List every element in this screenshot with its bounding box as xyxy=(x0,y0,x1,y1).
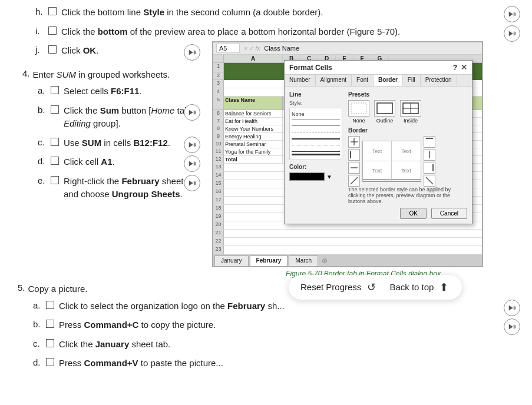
step-5b-audio[interactable] xyxy=(504,318,520,335)
dialog-tab-fill[interactable]: Fill xyxy=(403,75,421,86)
step-4a-checkbox-wrap[interactable] xyxy=(51,85,59,94)
step-4d-checkbox-wrap[interactable] xyxy=(51,155,59,165)
dialog-cancel-button[interactable]: Cancel xyxy=(431,208,467,219)
preset-inside-icon[interactable] xyxy=(400,100,421,117)
sheet-tab-march[interactable]: March xyxy=(289,255,318,266)
step-5b-checkbox-wrap[interactable] xyxy=(46,318,54,328)
step-5c-checkbox-wrap[interactable] xyxy=(46,338,54,347)
row-23-rest xyxy=(224,246,482,254)
border-btn-diag[interactable] xyxy=(348,175,360,187)
dialog-tab-alignment[interactable]: Alignment xyxy=(316,75,352,86)
step-5a-checkbox[interactable] xyxy=(46,301,54,309)
row-num-20: 20 xyxy=(213,221,224,230)
step-5a-audio[interactable] xyxy=(504,300,520,316)
preset-outline-icon[interactable] xyxy=(374,100,395,117)
step-i-checkbox-wrap[interactable] xyxy=(48,25,57,35)
border-btn-mid-vert[interactable] xyxy=(424,149,435,161)
step-h-text: Click the bottom line Style in the secon… xyxy=(61,6,497,19)
border-preview-box[interactable]: Text Text Text Text xyxy=(362,141,421,182)
row-22-rest xyxy=(224,238,482,246)
line-style-none[interactable]: None xyxy=(289,108,342,160)
dialog-tab-protection[interactable]: Protection xyxy=(421,75,457,86)
border-btn-horiz[interactable] xyxy=(348,162,360,174)
step-4a-text: Select cells F6:F11. xyxy=(64,85,200,98)
step-j-checkbox-wrap[interactable] xyxy=(48,44,57,54)
preset-none[interactable]: None xyxy=(348,100,369,124)
preset-outline[interactable]: Outline xyxy=(374,100,395,124)
svg-line-30 xyxy=(351,177,358,184)
line-double[interactable] xyxy=(292,151,340,157)
svg-marker-18 xyxy=(189,180,193,185)
step-4c-label: c. xyxy=(38,137,51,147)
step-4b-checkbox[interactable] xyxy=(51,105,59,114)
reset-progress-button[interactable]: Reset Progress ↺ xyxy=(300,281,378,294)
step-4d-audio[interactable] xyxy=(184,155,200,172)
preview-cell-bl: Text xyxy=(363,161,392,181)
line-none[interactable]: None xyxy=(292,110,340,118)
dialog-body: Line Style: None xyxy=(285,87,472,224)
color-dropdown-icon[interactable]: ▼ xyxy=(326,174,332,180)
preset-inside[interactable]: Inside xyxy=(400,100,421,124)
step-j-audio[interactable] xyxy=(184,44,200,61)
step-4c-checkbox-wrap[interactable] xyxy=(51,137,59,146)
step-i-text: Click the bottom of the preview area to … xyxy=(61,25,497,39)
row-num-6: 6 xyxy=(213,110,224,118)
dialog-title: Format Cells xyxy=(289,64,332,72)
line-thick[interactable] xyxy=(292,138,340,144)
back-top-icon: ⬆ xyxy=(437,281,450,294)
row-num-5: 5 xyxy=(213,97,224,110)
step-h-checkbox[interactable] xyxy=(48,7,57,15)
step-4d-checkbox[interactable] xyxy=(51,157,59,165)
step-4c-checkbox[interactable] xyxy=(51,138,59,146)
step-4e-audio[interactable] xyxy=(184,175,200,191)
step-4c-audio[interactable] xyxy=(184,137,200,153)
row-num-7: 7 xyxy=(213,118,224,125)
dialog-tab-number[interactable]: Number xyxy=(285,75,316,86)
row-12-col-a: Total xyxy=(224,156,283,164)
dialog-close-button[interactable]: ✕ xyxy=(461,63,467,72)
line-dotted[interactable] xyxy=(292,145,340,151)
dialog-tab-border[interactable]: Border xyxy=(374,75,403,86)
border-btn-diag2[interactable] xyxy=(424,175,435,187)
row-num-14: 14 xyxy=(213,172,224,180)
line-medium[interactable] xyxy=(292,125,340,131)
dialog-ok-button[interactable]: OK xyxy=(400,208,426,219)
step-5a-checkbox-wrap[interactable] xyxy=(46,300,54,309)
section-4-text: Enter SUM in grouped worksheets. xyxy=(33,68,206,82)
border-btn-right[interactable] xyxy=(424,162,435,174)
style-label: Style: xyxy=(289,100,342,106)
dialog-tab-font[interactable]: Font xyxy=(352,75,374,86)
step-h-audio[interactable] xyxy=(504,6,520,22)
step-4e-checkbox-wrap[interactable] xyxy=(51,175,59,184)
border-left-buttons xyxy=(348,136,360,187)
step-j-checkbox[interactable] xyxy=(48,45,57,54)
step-5d-checkbox-wrap[interactable] xyxy=(46,357,54,366)
back-to-top-button[interactable]: Back to top ⬆ xyxy=(389,281,450,294)
excel-row-23: 23 xyxy=(213,246,482,254)
step-5c-checkbox[interactable] xyxy=(46,339,54,347)
dialog-question-icon[interactable]: ? xyxy=(453,64,457,72)
step-i-audio[interactable] xyxy=(504,25,520,42)
border-btn-tl[interactable] xyxy=(348,136,360,148)
excel-sheet-tabs: January February March ⊕ xyxy=(213,254,482,266)
border-btn-left[interactable] xyxy=(348,149,360,161)
sheet-add-tab[interactable]: ⊕ xyxy=(319,255,330,266)
preset-none-icon[interactable] xyxy=(348,100,369,117)
border-btn-top[interactable] xyxy=(424,136,435,148)
step-4b-audio[interactable] xyxy=(184,104,200,121)
step-5d-checkbox[interactable] xyxy=(46,358,54,366)
step-4e-checkbox[interactable] xyxy=(51,176,59,184)
sheet-tab-january[interactable]: January xyxy=(214,255,249,266)
step-4b-checkbox-wrap[interactable] xyxy=(51,104,59,114)
sheet-tab-february[interactable]: February xyxy=(250,255,288,266)
color-swatch[interactable] xyxy=(289,172,325,181)
line-thin[interactable] xyxy=(292,119,340,125)
step-i: i. Click the bottom of the preview area … xyxy=(18,25,520,39)
step-i-checkbox[interactable] xyxy=(48,26,57,35)
color-section: Color: ▼ xyxy=(289,164,342,181)
line-dashed[interactable] xyxy=(292,132,340,138)
step-h-checkbox-wrap[interactable] xyxy=(48,6,57,15)
step-5b-checkbox[interactable] xyxy=(46,320,54,328)
row-10-col-a: Prenatal Seminar xyxy=(224,141,283,148)
step-4a-checkbox[interactable] xyxy=(51,86,59,94)
